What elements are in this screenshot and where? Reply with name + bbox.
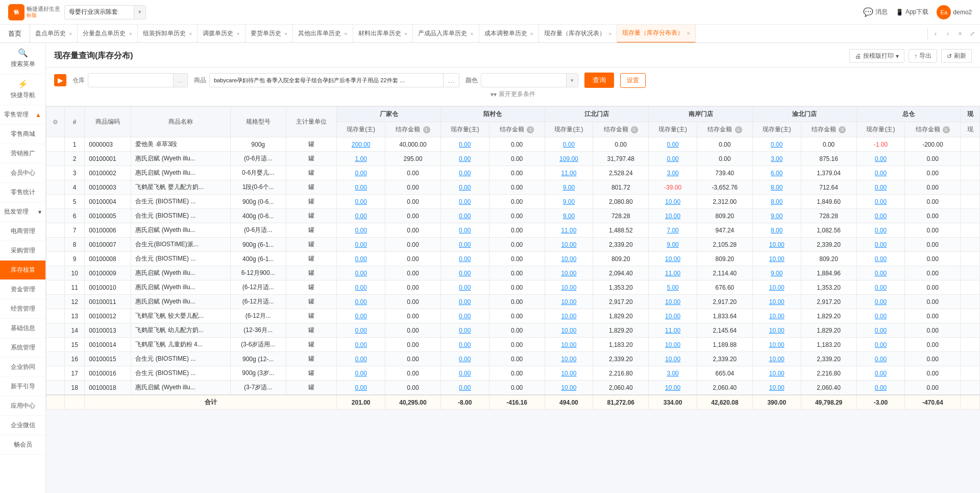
sidebar-item-system[interactable]: 系统管理 (0, 338, 45, 358)
row-jiangbei-curr-3[interactable]: 9.00 (545, 180, 593, 195)
row-mucun-curr-14[interactable]: 0.00 (441, 338, 489, 352)
row-nanand-curr-14[interactable]: 10.00 (649, 338, 697, 352)
row-nanand-curr-0[interactable]: 0.00 (649, 137, 697, 152)
row-jiangbei-curr-14[interactable]: 10.00 (545, 338, 593, 352)
tab-close-material-out[interactable]: × (404, 31, 407, 37)
row-jiangbei-curr-2[interactable]: 11.00 (545, 166, 593, 180)
sidebar-item-marketing[interactable]: 营销推广 (0, 144, 45, 163)
row-total-curr-14[interactable]: 0.00 (856, 338, 904, 352)
tab-close-stock-single[interactable]: × (69, 31, 72, 37)
row-jiangbei-curr-8[interactable]: 10.00 (545, 252, 593, 266)
tab-close-product-in[interactable]: × (470, 31, 473, 37)
row-mucun-curr-5[interactable]: 0.00 (441, 209, 489, 223)
tab-home[interactable]: 首页 (0, 25, 30, 43)
tab-close-branch-stock[interactable]: × (129, 31, 132, 37)
sidebar-item-inventory[interactable]: 库存核算 (0, 261, 45, 280)
yubei-amt-info-icon[interactable]: ① (839, 126, 846, 133)
color-text-input[interactable] (481, 75, 566, 86)
row-jiangbei-curr-1[interactable]: 109.00 (545, 152, 593, 166)
row-jiangbei-curr-5[interactable]: 9.00 (545, 209, 593, 223)
row-yubei-curr-16[interactable]: 10.00 (753, 366, 801, 381)
tab-close-transfer[interactable]: × (236, 31, 239, 37)
row-changjia-curr-12[interactable]: 0.00 (337, 309, 385, 323)
tab-close-inventory-status[interactable]: × (608, 31, 611, 37)
row-mucun-curr-7[interactable]: 0.00 (441, 238, 489, 252)
row-yubei-curr-1[interactable]: 3.00 (753, 152, 801, 166)
row-mucun-curr-11[interactable]: 0.00 (441, 295, 489, 309)
tab-stock-single[interactable]: 盘点单历史 × (30, 25, 78, 43)
row-changjia-curr-14[interactable]: 0.00 (337, 338, 385, 352)
row-yubei-curr-9[interactable]: 9.00 (753, 266, 801, 280)
row-yubei-curr-2[interactable]: 6.00 (753, 166, 801, 180)
export-btn[interactable]: ↑ 导出 (909, 49, 937, 63)
warehouse-input[interactable]: … (88, 73, 188, 87)
row-changjia-curr-0[interactable]: 200.00 (337, 137, 385, 152)
row-yubei-curr-3[interactable]: 8.00 (753, 180, 801, 195)
row-nanand-curr-10[interactable]: 5.00 (649, 280, 697, 295)
row-total-curr-6[interactable]: 0.00 (856, 223, 904, 238)
row-mucun-curr-10[interactable]: 0.00 (441, 280, 489, 295)
row-jiangbei-curr-17[interactable]: 10.00 (545, 381, 593, 395)
row-changjia-curr-8[interactable]: 0.00 (337, 252, 385, 266)
row-yubei-curr-10[interactable]: 10.00 (753, 280, 801, 295)
sidebar-item-member[interactable]: 会员中心 (0, 163, 45, 183)
row-total-curr-0[interactable]: -1.00 (856, 137, 904, 152)
row-nanand-curr-13[interactable]: 11.00 (649, 323, 697, 338)
tab-material-out[interactable]: 材料出库单历史 × (353, 25, 413, 43)
row-changjia-curr-11[interactable]: 0.00 (337, 295, 385, 309)
row-mucun-curr-17[interactable]: 0.00 (441, 381, 489, 395)
dropdown-arrow-icon[interactable]: ▾ (134, 6, 145, 19)
row-yubei-curr-7[interactable]: 10.00 (753, 238, 801, 252)
tab-close-cost-adjust[interactable]: × (530, 31, 533, 37)
row-jiangbei-curr-6[interactable]: 11.00 (545, 223, 593, 238)
row-jiangbei-curr-13[interactable]: 10.00 (545, 323, 593, 338)
row-yubei-curr-14[interactable]: 10.00 (753, 338, 801, 352)
row-changjia-curr-1[interactable]: 1.00 (337, 152, 385, 166)
row-changjia-curr-13[interactable]: 0.00 (337, 323, 385, 338)
row-jiangbei-curr-7[interactable]: 10.00 (545, 238, 593, 252)
row-jiangbei-curr-0[interactable]: 0.00 (545, 137, 593, 152)
row-changjia-curr-5[interactable]: 0.00 (337, 209, 385, 223)
sidebar-item-new-guide[interactable]: 新手引导 (0, 377, 45, 396)
row-yubei-curr-13[interactable]: 10.00 (753, 323, 801, 338)
row-changjia-curr-7[interactable]: 0.00 (337, 238, 385, 252)
expand-conditions-btn[interactable]: ▾▾ 展开更多条件 (54, 88, 972, 101)
row-total-curr-16[interactable]: 0.00 (856, 366, 904, 381)
tab-branch-stock[interactable]: 分量盘点单历史 × (78, 25, 137, 43)
row-mucun-curr-2[interactable]: 0.00 (441, 166, 489, 180)
print-btn[interactable]: 🖨 按模版打印 ▾ (849, 49, 904, 63)
nanand-amt-info-icon[interactable]: ① (735, 126, 742, 133)
user-btn[interactable]: Ea demo2 (937, 5, 972, 19)
sidebar-item-retail-mall[interactable]: 零售商城 (0, 125, 45, 144)
sidebar-item-enterprise[interactable]: 企业协同 (0, 358, 45, 377)
row-nanand-curr-4[interactable]: 10.00 (649, 195, 697, 209)
row-nanand-curr-3[interactable]: -39.00 (649, 180, 697, 195)
tab-prev-btn[interactable]: ‹ (930, 28, 941, 39)
row-nanand-curr-17[interactable]: 10.00 (649, 381, 697, 395)
row-nanand-curr-2[interactable]: 3.00 (649, 166, 697, 180)
row-jiangbei-curr-9[interactable]: 10.00 (545, 266, 593, 280)
row-changjia-curr-17[interactable]: 0.00 (337, 381, 385, 395)
row-yubei-curr-15[interactable]: 10.00 (753, 352, 801, 366)
row-nanand-curr-5[interactable]: 10.00 (649, 209, 697, 223)
row-total-curr-4[interactable]: 0.00 (856, 195, 904, 209)
company-dropdown[interactable]: 母婴行业演示陈套 ▾ (64, 5, 146, 19)
tab-product-in[interactable]: 产成品入库单历史 × (413, 25, 479, 43)
row-mucun-curr-0[interactable]: 0.00 (441, 137, 489, 152)
tab-cost-adjust[interactable]: 成本调整单历史 × (479, 25, 539, 43)
sidebar-item-wholesale[interactable]: 批发管理 ▾ (0, 202, 45, 222)
row-nanand-curr-11[interactable]: 10.00 (649, 295, 697, 309)
filter-expand-btn[interactable]: ▶ (54, 74, 66, 86)
gear-icon[interactable]: ⚙ (53, 119, 58, 126)
row-yubei-curr-17[interactable]: 10.00 (753, 381, 801, 395)
tab-close-inventory-dist[interactable]: × (687, 30, 690, 36)
row-changjia-curr-3[interactable]: 0.00 (337, 180, 385, 195)
row-yubei-curr-0[interactable]: 0.00 (753, 137, 801, 152)
row-changjia-curr-4[interactable]: 0.00 (337, 195, 385, 209)
tab-close-all-btn[interactable]: × (954, 28, 966, 39)
tab-close-other-out[interactable]: × (344, 31, 347, 37)
tab-close-purchase-history[interactable]: × (284, 31, 287, 37)
sidebar-item-retail-mgmt[interactable]: 零售管理 ▲ (0, 105, 45, 125)
row-mucun-curr-6[interactable]: 0.00 (441, 223, 489, 238)
row-yubei-curr-4[interactable]: 8.00 (753, 195, 801, 209)
